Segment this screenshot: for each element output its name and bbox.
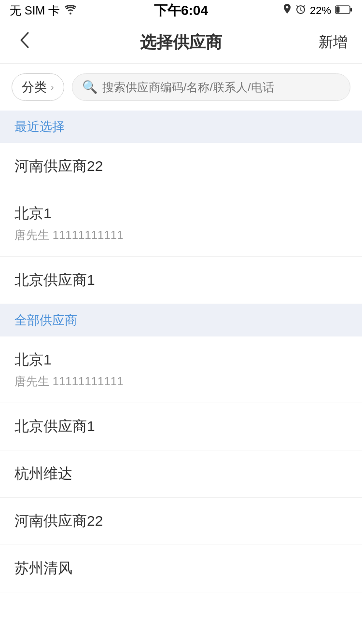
list-item[interactable]: 北京1唐先生 11111111111 <box>0 336 362 403</box>
item-name: 河南供应商22 <box>14 156 348 176</box>
item-sub: 唐先生 11111111111 <box>14 374 348 389</box>
svg-rect-2 <box>350 8 352 12</box>
battery-icon <box>335 4 352 17</box>
recent-list: 河南供应商22北京1唐先生 11111111111北京供应商1 <box>0 143 362 304</box>
all-section-header: 全部供应商 <box>0 304 362 336</box>
list-item[interactable]: 河南供应商22 <box>0 143 362 190</box>
list-item[interactable]: 北京供应商1 <box>0 403 362 450</box>
carrier-text: 无 SIM 卡 <box>10 3 60 18</box>
nav-bar: 选择供应商 新增 <box>0 21 362 64</box>
status-right: 22% <box>283 4 352 17</box>
list-item[interactable]: 杭州维达 <box>0 450 362 498</box>
list-item[interactable]: 北京供应商1 <box>0 257 362 304</box>
item-name: 杭州维达 <box>14 464 348 484</box>
list-item[interactable]: 北京1唐先生 11111111111 <box>0 190 362 257</box>
list-item[interactable]: 苏州清风 <box>0 545 362 592</box>
category-label: 分类 <box>22 79 47 96</box>
filter-bar: 分类 › 🔍 <box>0 64 362 111</box>
search-input[interactable] <box>102 81 340 94</box>
status-left: 无 SIM 卡 <box>10 3 77 18</box>
item-name: 北京1 <box>14 350 348 370</box>
battery-text: 22% <box>310 4 331 17</box>
status-time: 下午6:04 <box>154 1 208 20</box>
location-icon <box>283 4 292 17</box>
item-name: 北京1 <box>14 204 348 224</box>
item-name: 北京供应商1 <box>14 417 348 436</box>
item-name: 河南供应商22 <box>14 511 348 531</box>
search-icon: 🔍 <box>82 80 97 95</box>
chevron-right-icon: › <box>51 82 54 93</box>
back-button[interactable] <box>14 26 35 58</box>
all-list: 北京1唐先生 11111111111北京供应商1杭州维达河南供应商22苏州清风 <box>0 336 362 592</box>
add-button[interactable]: 新增 <box>319 32 348 52</box>
status-bar: 无 SIM 卡 下午6:04 22% <box>0 0 362 21</box>
alarm-icon <box>295 4 306 17</box>
wifi-icon <box>64 4 77 17</box>
page-title: 选择供应商 <box>140 31 222 54</box>
category-button[interactable]: 分类 › <box>12 73 64 101</box>
search-bar: 🔍 <box>72 73 350 101</box>
item-sub: 唐先生 11111111111 <box>14 227 348 243</box>
list-item[interactable]: 河南供应商22 <box>0 498 362 545</box>
item-name: 北京供应商1 <box>14 270 348 290</box>
svg-rect-3 <box>336 7 340 13</box>
recent-section-header: 最近选择 <box>0 111 362 143</box>
item-name: 苏州清风 <box>14 559 348 578</box>
